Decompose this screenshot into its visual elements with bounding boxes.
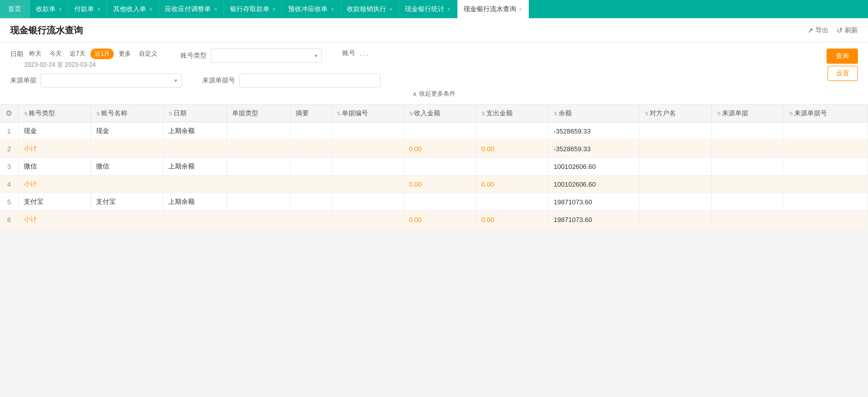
cell-account_name: 微信 [90, 158, 163, 175]
account-dots-button[interactable]: ... [359, 49, 369, 58]
col-header-balance[interactable]: ⇅余额 [549, 105, 639, 122]
query-button[interactable]: 查询 [827, 49, 858, 64]
export-icon: ↗ [807, 26, 813, 34]
cell-expense [476, 158, 549, 175]
cell-summary [290, 158, 331, 175]
chevron-down-icon: ▾ [314, 53, 317, 59]
table-row: 6小计0.000.0019871073.60 [0, 211, 868, 229]
header-actions: ↗ 导出 ↺ 刷新 [807, 26, 858, 35]
cell-doc_no [331, 122, 403, 140]
close-tab-icon[interactable]: × [59, 6, 62, 12]
close-tab-icon[interactable]: × [519, 6, 522, 12]
nav-tab-收款单[interactable]: 收款单× [30, 0, 68, 18]
cell-source_doc [712, 158, 784, 175]
cell-summary [290, 122, 331, 140]
cell-doc_no [331, 140, 403, 158]
nav-tab-收款核销执行[interactable]: 收款核销执行× [341, 0, 399, 18]
cell-summary [290, 140, 331, 158]
close-tab-icon[interactable]: × [389, 6, 392, 12]
col-header-source_doc_no[interactable]: ⇅来源单据号 [784, 105, 868, 122]
filter-row-1: 日期 昨天今天近7天近1月更多自定义 2023-02-24 至 2023-03-… [10, 49, 818, 69]
cell-source_doc_no [784, 193, 868, 211]
filter-area: 日期 昨天今天近7天近1月更多自定义 2023-02-24 至 2023-03-… [0, 42, 868, 105]
nav-tab-付款单[interactable]: 付款单× [68, 0, 107, 18]
cell-doc_no [331, 211, 403, 229]
export-button[interactable]: ↗ 导出 [807, 26, 829, 35]
close-tab-icon[interactable]: × [149, 6, 152, 12]
cell-doc_type [226, 140, 290, 158]
cell-source_doc_no [784, 158, 868, 175]
cell-index: 5 [0, 193, 18, 211]
close-tab-icon[interactable]: × [97, 6, 100, 12]
table-row: 3微信微信上期余额100102606.60 [0, 158, 868, 175]
source-doc-no-filter: 来源单据号 [202, 73, 381, 87]
date-options: 昨天今天近7天近1月更多自定义 [26, 49, 160, 59]
sort-icon: ⇅ [554, 111, 558, 116]
cell-source_doc [712, 175, 784, 193]
account-filter: 账号 ... [342, 49, 369, 58]
cell-expense: 0.00 [476, 211, 549, 229]
source-doc-filter: 来源单据 ▾ [10, 73, 182, 87]
account-type-select[interactable]: ▾ [211, 49, 322, 63]
col-header-counterpart[interactable]: ⇅对方户名 [639, 105, 711, 122]
date-option-近1月[interactable]: 近1月 [90, 49, 114, 59]
cell-account_name [90, 211, 163, 229]
col-header-account_type[interactable]: ⇅账号类型 [18, 105, 90, 122]
nav-home[interactable]: 首页 [0, 0, 30, 18]
cell-doc_no [331, 158, 403, 175]
refresh-button[interactable]: ↺ 刷新 [837, 26, 858, 35]
cell-account_type: 小计 [18, 211, 90, 229]
nav-tab-银行存取款单[interactable]: 银行存取款单× [224, 0, 282, 18]
cell-income [403, 193, 476, 211]
date-option-昨天[interactable]: 昨天 [26, 49, 44, 59]
cell-index: 1 [0, 122, 18, 140]
page-title: 现金银行流水查询 [10, 24, 83, 36]
cell-account_type: 小计 [18, 140, 90, 158]
nav-tab-现金银行统计[interactable]: 现金银行统计× [399, 0, 457, 18]
col-header-date[interactable]: ⇅日期 [163, 105, 226, 122]
sort-icon: ⇅ [24, 111, 28, 116]
close-tab-icon[interactable]: × [272, 6, 276, 12]
table-settings-gear[interactable]: ⚙ [0, 105, 18, 122]
date-option-自定义[interactable]: 自定义 [136, 49, 160, 59]
cell-expense: 0.00 [476, 140, 549, 158]
date-option-今天[interactable]: 今天 [47, 49, 65, 59]
table-row: 4小计0.000.00100102606.60 [0, 175, 868, 193]
cell-doc_no [331, 175, 403, 193]
table-container: ⚙⇅账号类型⇅账号名称⇅日期单据类型摘要⇅单据编号⇅收入金额⇅支出金额⇅余额⇅对… [0, 105, 868, 229]
nav-tab-现金银行流水查询[interactable]: 现金银行流水查询× [458, 0, 529, 18]
cell-index: 6 [0, 211, 18, 229]
col-header-doc_no[interactable]: ⇅单据编号 [331, 105, 403, 122]
cell-counterpart [639, 193, 711, 211]
cell-counterpart [639, 140, 711, 158]
source-doc-select[interactable]: ▾ [40, 73, 182, 87]
source-doc-no-input[interactable] [239, 73, 381, 87]
cell-summary [290, 211, 331, 229]
close-tab-icon[interactable]: × [447, 6, 450, 12]
cell-account_type: 微信 [18, 158, 90, 175]
cell-doc_type [226, 175, 290, 193]
nav-tab-预收冲应收单[interactable]: 预收冲应收单× [282, 0, 340, 18]
cell-income: 0.00 [403, 175, 476, 193]
nav-tab-应收应付调整单[interactable]: 应收应付调整单× [159, 0, 223, 18]
cell-source_doc [712, 122, 784, 140]
nav-tab-其他收入单[interactable]: 其他收入单× [107, 0, 159, 18]
close-tab-icon[interactable]: × [214, 6, 217, 12]
collapse-button[interactable]: ∧ 收起更多条件 [413, 90, 455, 98]
date-option-近7天[interactable]: 近7天 [67, 49, 88, 59]
refresh-label: 刷新 [845, 26, 858, 35]
date-option-更多[interactable]: 更多 [116, 49, 134, 59]
cell-source_doc_no [784, 175, 868, 193]
account-type-filter: 账号类型 ▾ [180, 49, 322, 63]
settings-button[interactable]: 设置 [828, 66, 858, 81]
col-header-expense[interactable]: ⇅支出金额 [476, 105, 549, 122]
col-header-income[interactable]: ⇅收入金额 [403, 105, 476, 122]
cell-expense: 0.00 [476, 175, 549, 193]
cell-doc_type [226, 193, 290, 211]
col-header-account_name[interactable]: ⇅账号名称 [90, 105, 163, 122]
cell-account_name [90, 175, 163, 193]
close-tab-icon[interactable]: × [331, 6, 334, 12]
table-body: 1现金现金上期余额-3528659.332小计0.000.00-3528659.… [0, 122, 868, 229]
export-label: 导出 [815, 26, 829, 35]
col-header-source_doc[interactable]: ⇅来源单据 [712, 105, 784, 122]
